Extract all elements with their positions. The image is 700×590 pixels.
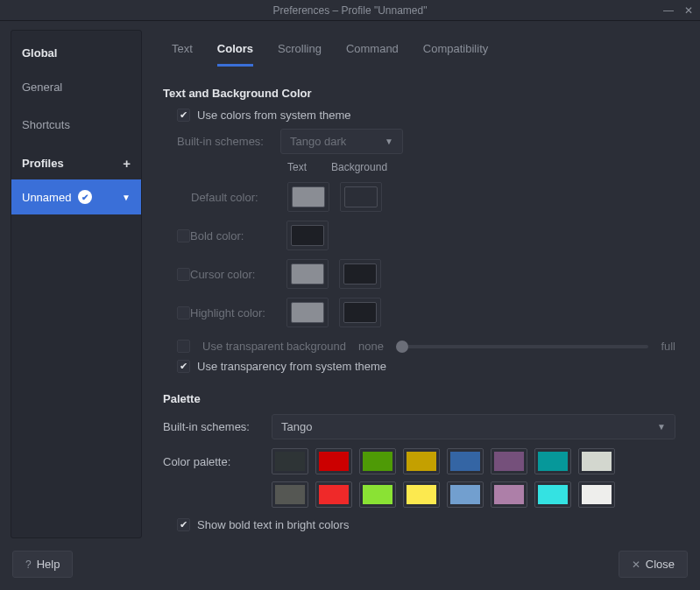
palette-color-1[interactable] (315, 448, 352, 474)
palette-color-9[interactable] (315, 481, 352, 508)
label-default-color: Default color: (191, 191, 287, 204)
row-cursor-color: Cursor color: (177, 259, 675, 289)
palette-color-15[interactable] (578, 481, 615, 508)
help-button-label: Help (37, 558, 60, 571)
label-transparent-bg: Use transparent background (202, 340, 346, 353)
swatch-highlight-bg[interactable] (343, 302, 377, 323)
row-default-color: Default color: (177, 182, 675, 212)
transparency-slider[interactable] (396, 345, 648, 348)
sidebar-item-general[interactable]: General (11, 68, 141, 106)
chevron-down-icon[interactable]: ▼ (122, 193, 131, 202)
label-bold-color: Bold color: (190, 229, 286, 242)
row-highlight-color: Highlight color: (177, 298, 675, 327)
close-icon: ✕ (632, 558, 640, 571)
help-icon: ? (25, 558, 32, 571)
slider-knob[interactable] (396, 341, 408, 353)
checkbox-bold-bright[interactable] (177, 518, 190, 531)
tabs: Text Colors Scrolling Command Compatibil… (163, 30, 675, 67)
swatch-cursor-bg[interactable] (343, 263, 377, 284)
swatch-highlight-text[interactable] (291, 302, 324, 323)
label-color-palette: Color palette: (163, 448, 259, 468)
palette-color-8[interactable] (272, 481, 308, 508)
sidebar-item-profile-unnamed[interactable]: Unnamed ✔ ▼ (11, 179, 141, 214)
close-button-label: Close (646, 558, 675, 571)
palette-color-7[interactable] (578, 448, 615, 474)
palette-color-13[interactable] (491, 481, 527, 508)
close-icon[interactable]: ✕ (684, 4, 693, 17)
col-header-text: Text (287, 161, 307, 173)
label-use-system-colors: Use colors from system theme (197, 109, 351, 122)
section-title-textbg: Text and Background Color (163, 87, 675, 100)
checkbox-highlight-color[interactable] (177, 306, 190, 320)
palette-color-0[interactable] (272, 448, 308, 474)
bottombar: ? Help ✕ Close (0, 538, 700, 590)
main-panel: Text Colors Scrolling Command Compatibil… (142, 30, 689, 538)
label-builtin-schemes: Built-in schemes: (177, 135, 273, 148)
palette-color-3[interactable] (403, 448, 440, 474)
label-cursor-color: Cursor color: (190, 268, 286, 281)
palette-color-11[interactable] (403, 481, 440, 508)
checkbox-use-system-colors[interactable] (177, 109, 190, 122)
slider-min-label: none (358, 340, 384, 353)
checkbox-transparency-system[interactable] (177, 360, 190, 373)
minimize-icon[interactable]: — (663, 4, 674, 17)
palette-color-2[interactable] (359, 448, 396, 474)
palette-color-10[interactable] (359, 481, 396, 508)
titlebar: Preferences – Profile "Unnamed" — ✕ (0, 0, 700, 21)
sidebar: Global General Shortcuts Profiles + Unna… (11, 30, 142, 538)
window-title: Preferences – Profile "Unnamed" (273, 4, 428, 17)
sidebar-heading-profiles-label: Profiles (22, 157, 64, 170)
sidebar-item-label: Unnamed (22, 191, 71, 204)
slider-max-label: full (661, 340, 675, 353)
sidebar-heading-global-label: Global (22, 46, 57, 60)
palette-grid (272, 448, 615, 508)
select-palette-scheme[interactable]: Tango ▼ (272, 414, 675, 439)
palette-color-14[interactable] (534, 481, 571, 508)
select-builtin-scheme[interactable]: Tango dark ▼ (280, 129, 403, 154)
select-palette-value: Tango (281, 420, 312, 433)
palette-color-12[interactable] (447, 481, 484, 508)
select-builtin-value: Tango dark (290, 135, 346, 148)
label-palette-builtin: Built-in schemes: (163, 420, 259, 433)
swatch-cursor-text[interactable] (291, 263, 324, 284)
check-icon: ✔ (78, 190, 92, 204)
tab-scrolling[interactable]: Scrolling (278, 42, 322, 67)
add-profile-icon[interactable]: + (123, 156, 131, 171)
palette-color-5[interactable] (491, 448, 527, 474)
label-transparency-system: Use transparency from system theme (197, 360, 386, 373)
tab-text[interactable]: Text (172, 42, 193, 67)
checkbox-transparent-bg[interactable] (177, 340, 190, 353)
swatch-bold-text[interactable] (291, 225, 324, 246)
tab-compatibility[interactable]: Compatibility (423, 42, 488, 67)
palette-color-4[interactable] (447, 448, 484, 474)
checkbox-cursor-color[interactable] (177, 268, 190, 281)
chevron-down-icon: ▼ (657, 422, 666, 432)
chevron-down-icon: ▼ (385, 137, 393, 146)
sidebar-item-shortcuts[interactable]: Shortcuts (11, 106, 141, 144)
tab-colors[interactable]: Colors (217, 42, 253, 67)
section-title-palette: Palette (163, 392, 675, 405)
label-highlight-color: Highlight color: (190, 306, 286, 320)
palette-color-6[interactable] (534, 448, 571, 474)
sidebar-heading-global: Global (11, 34, 141, 68)
checkbox-bold-color[interactable] (177, 229, 190, 242)
label-bold-bright: Show bold text in bright colors (197, 518, 349, 531)
swatch-default-bg[interactable] (344, 186, 378, 207)
col-header-bg: Background (331, 161, 387, 173)
close-button[interactable]: ✕ Close (619, 551, 688, 578)
sidebar-heading-profiles: Profiles + (11, 144, 141, 179)
swatch-default-text[interactable] (292, 186, 325, 207)
row-bold-color: Bold color: (177, 221, 675, 250)
help-button[interactable]: ? Help (12, 551, 73, 578)
tab-command[interactable]: Command (346, 42, 399, 67)
